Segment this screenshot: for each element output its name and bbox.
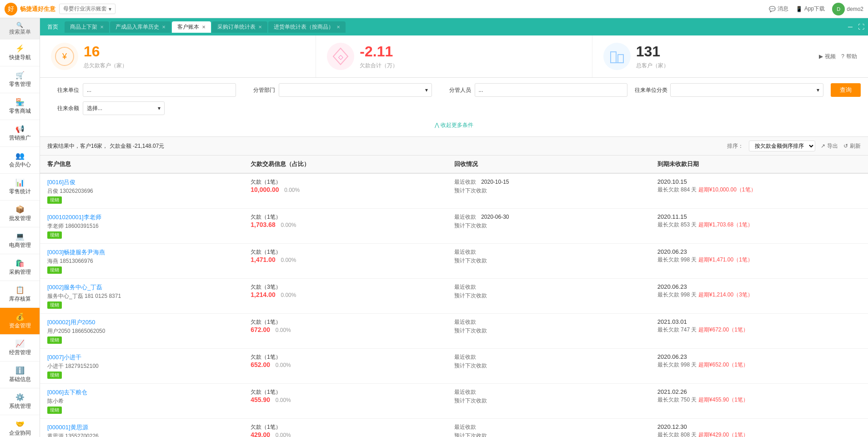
table-row: [0002]服务中心_丁磊 服务中心_丁磊 181 0125 8371 现销 欠…: [40, 279, 868, 314]
collapse-icon: ⋀: [435, 122, 441, 128]
customer-id-3[interactable]: [0002]服务中心_丁磊: [47, 283, 251, 291]
overdue-amount-1[interactable]: 超期¥1,703.68（1笔）: [698, 221, 753, 228]
customer-id-1[interactable]: [0001020001]李老师: [47, 213, 251, 221]
sidebar-item-ecommerce[interactable]: 💻 电商管理: [0, 227, 40, 254]
tab-home[interactable]: 首页: [42, 21, 64, 33]
filter-balance: 往来余额 选择... ▾: [47, 101, 861, 115]
customer-id-6[interactable]: [0006]去下粮仓: [47, 388, 251, 397]
sidebar-item-retail-manage[interactable]: 🛒 零售管理: [0, 66, 40, 93]
tab-customer-close[interactable]: ✕: [202, 25, 206, 30]
overdue-amount-5[interactable]: 超期¥652.00（1笔）: [698, 362, 748, 368]
customer-contact-5: 小进干 18279152100: [47, 362, 251, 370]
customer-id-0[interactable]: [0016]吕俊: [47, 178, 251, 186]
category-select[interactable]: ▾: [670, 83, 823, 97]
debt-amount-3[interactable]: 1,214.00: [251, 291, 276, 298]
query-button[interactable]: 查询: [831, 83, 861, 97]
marketing-icon: 📢: [15, 125, 25, 133]
debt-amount-2[interactable]: 1,471.00: [251, 256, 276, 263]
sidebar-item-inventory[interactable]: 📋 库存核算: [0, 281, 40, 308]
overdue-amount-0[interactable]: 超期¥10,000.00（1笔）: [698, 186, 756, 193]
debt-amount-1[interactable]: 1,703.68: [251, 221, 276, 228]
sidebar-item-quick-nav[interactable]: ⚡ 快捷导航: [0, 40, 40, 66]
sidebar-item-enterprise-collab[interactable]: 🤝 企业协同: [0, 415, 40, 437]
app-download-label: App下载: [804, 5, 825, 13]
mobile-icon: 📱: [796, 6, 803, 12]
sidebar-item-label: 营销推广: [9, 134, 31, 142]
tab-purchase-product-close[interactable]: ✕: [336, 25, 340, 30]
sidebar-item-member[interactable]: 👥 会员中心: [0, 147, 40, 174]
stat-icon-building: [603, 43, 631, 70]
tab-purchase-product[interactable]: 进货单统计表（按商品） ✕: [268, 21, 346, 33]
person-input[interactable]: ...: [475, 83, 628, 97]
filter-person: 分管人员 ...: [439, 83, 628, 97]
customer-id-7[interactable]: [000001]黄思源: [47, 423, 251, 432]
debt-amount-5[interactable]: 652.00: [251, 361, 270, 368]
sidebar-item-label: 会员中心: [9, 161, 31, 169]
sidebar-item-batch-manage[interactable]: 📦 批发管理: [0, 201, 40, 227]
user-profile[interactable]: D demo2: [832, 3, 863, 15]
sort-select[interactable]: 按欠款金额倒序排序: [749, 141, 815, 151]
basic-info-icon: ℹ️: [15, 366, 25, 375]
refresh-label: 刷新: [850, 142, 861, 150]
debt-amount-7[interactable]: 429.00: [251, 431, 270, 437]
store-selector[interactable]: 母婴行业演示账套 ▾: [59, 4, 115, 14]
tab-goods-manage[interactable]: 商品上下架 ✕: [65, 21, 109, 33]
sidebar-item-system[interactable]: ⚙️ 系统管理: [0, 388, 40, 415]
customer-tag-0: 现销: [47, 196, 62, 204]
tab-purchase-stats[interactable]: 采购订单统计表 ✕: [212, 21, 267, 33]
customer-contact-4: 用户2050 18665062050: [47, 327, 251, 335]
tab-minimize-button[interactable]: ─: [846, 22, 854, 31]
export-action[interactable]: ↗ 导出: [821, 142, 838, 150]
customer-id-4[interactable]: [000002]用户2050: [47, 318, 251, 326]
sidebar-item-retail-stats[interactable]: 📊 零售统计: [0, 174, 40, 201]
collapse-row[interactable]: ⋀ 收起更多条件: [47, 120, 861, 131]
customer-id-2[interactable]: [0003]畅捷服务尹海燕: [47, 248, 251, 256]
debt-count-7: 欠款（1笔）: [251, 423, 291, 431]
user-name: demo2: [847, 6, 863, 12]
tab-customer-account[interactable]: 客户账本 ✕: [172, 21, 211, 33]
due-date-5: 2020.06.23: [657, 353, 861, 360]
overdue-info-5: 最长欠款 998 天 超期¥652.00（1笔）: [657, 361, 861, 369]
overdue-amount-6[interactable]: 超期¥455.90（1笔）: [698, 397, 748, 403]
refresh-action[interactable]: ↺ 刷新: [843, 142, 861, 150]
overdue-amount-3[interactable]: 超期¥1,214.00（3笔）: [698, 291, 753, 298]
system-icon: ⚙️: [15, 393, 25, 402]
tab-goods-close[interactable]: ✕: [100, 25, 104, 30]
tab-purchase-close[interactable]: ✕: [258, 25, 262, 30]
quick-nav-icon: ⚡: [15, 44, 25, 53]
help-action[interactable]: ? 帮助: [841, 53, 857, 60]
filter-category-label: 往来单位分类: [635, 86, 667, 94]
app-download-button[interactable]: 📱 App下载: [796, 5, 825, 13]
debt-amount-0[interactable]: 10,000.00: [251, 186, 279, 193]
tab-produce-close[interactable]: ✕: [162, 25, 166, 30]
sidebar-item-basic-info[interactable]: ℹ️ 基础信息: [0, 362, 40, 388]
debt-ratio-0: 0.00%: [284, 187, 300, 193]
stat-card-debt-total: ◇ -2.11 欠款合计（万）: [316, 35, 592, 77]
supplier-input[interactable]: ...: [83, 83, 236, 97]
recent-collect-label-2: 最近收款: [454, 249, 476, 255]
tab-bar-actions: ─ ⛶: [846, 22, 866, 31]
recent-collect-date-0: 2020-10-15: [481, 179, 509, 185]
sidebar-item-retail-store[interactable]: 🏪 零售商城: [0, 93, 40, 120]
debt-amount-6[interactable]: 455.90: [251, 396, 270, 403]
sidebar-item-operation[interactable]: 📈 经营管理: [0, 335, 40, 362]
message-button[interactable]: 💬 消息: [769, 5, 788, 13]
customer-id-5[interactable]: [0007]小进干: [47, 353, 251, 362]
tab-produce-history[interactable]: 产成品入库单历史 ✕: [110, 21, 171, 33]
recent-collect-label-5: 最近收款: [454, 354, 476, 360]
debt-amount-4[interactable]: 672.00: [251, 326, 270, 333]
dept-select[interactable]: ▾: [279, 83, 432, 97]
col-header-customer: 客户信息: [47, 160, 251, 168]
overdue-amount-2[interactable]: 超期¥1,471.00（1笔）: [698, 256, 753, 263]
tab-maximize-button[interactable]: ⛶: [856, 22, 866, 31]
sidebar-search[interactable]: 🔍 搜索菜单: [0, 18, 40, 40]
purchase-icon: 🛍️: [15, 259, 25, 267]
overdue-amount-7[interactable]: 超期¥429.00（1笔）: [698, 432, 748, 437]
sidebar-item-finance[interactable]: 💰 资金管理: [0, 308, 40, 335]
sidebar-item-purchase[interactable]: 🛍️ 采购管理: [0, 254, 40, 281]
balance-select[interactable]: 选择... ▾: [83, 101, 165, 115]
overdue-amount-4[interactable]: 超期¥672.00（1笔）: [698, 326, 748, 333]
cell-recovery-3: 最近收款 预计下次收款: [454, 283, 657, 300]
sidebar-item-marketing[interactable]: 📢 营销推广: [0, 120, 40, 147]
video-action[interactable]: ▶ 视频: [819, 53, 836, 60]
